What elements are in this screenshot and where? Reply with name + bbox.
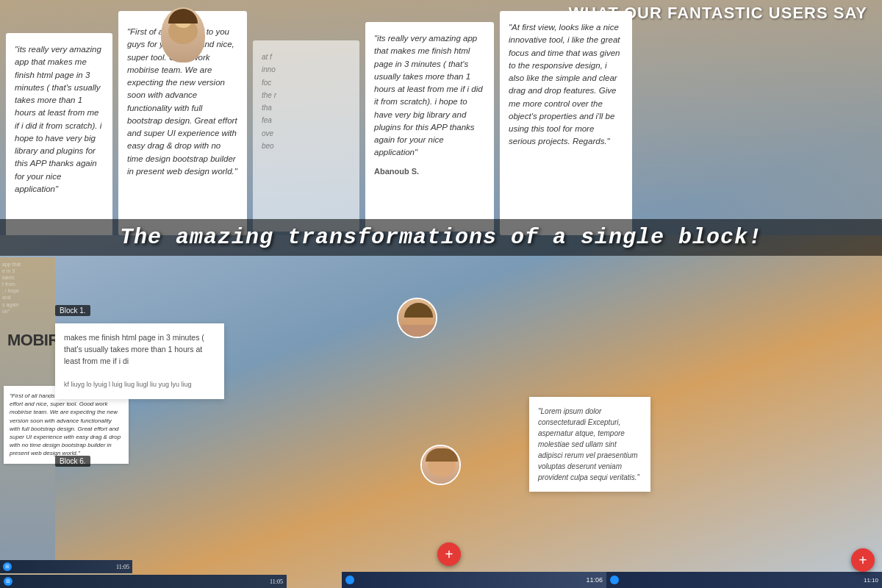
- top-testimonials-section: WHAT OUR FANTASTIC USERS SAY "its really…: [0, 0, 882, 235]
- add-block-button-1[interactable]: +: [437, 542, 461, 566]
- edit-text-2: kf liuyg lo lyuig l luig liug liugl liu …: [64, 381, 192, 388]
- mini-testimonial-left-text: "First of all hands off to you guys for …: [10, 392, 121, 456]
- windows-icon: ⊞: [3, 562, 12, 571]
- testimonial-card-3: at finnofocthe rthafeaovebeo: [253, 40, 359, 232]
- block-label-6: Block 6.: [55, 456, 90, 467]
- overlay-title-text: The amazing transformations of a single …: [120, 225, 762, 250]
- bottom-section: app thate in 3takest from, i hopeands ag…: [0, 257, 882, 588]
- card-author-4: Abanoub S.: [374, 165, 485, 178]
- taskbar-panel2: ⊞ 11:05: [0, 560, 132, 573]
- testimonial-card-2: "First of all hands off to you guys for …: [118, 11, 247, 235]
- taskbar-panel5: 11:10: [606, 572, 882, 588]
- lorem-card: "Lorem ipsum dolor consecteturadi Except…: [529, 397, 650, 492]
- taskbar-time-5: 11:10: [864, 577, 878, 584]
- avatar-top-2: [161, 7, 205, 62]
- taskbar-panel4: 11:06: [342, 572, 606, 588]
- taskbar-icon-4: [345, 576, 354, 584]
- lorem-text: "Lorem ipsum dolor consecteturadi Except…: [538, 407, 639, 481]
- taskbar-time-1: 11:05: [116, 564, 129, 570]
- taskbar-time-2: 11:05: [270, 578, 283, 585]
- overlay-title-bar: The amazing transformations of a single …: [0, 219, 882, 256]
- block-label-1: Block 1.: [55, 305, 90, 316]
- add-block-button-2[interactable]: +: [851, 548, 875, 572]
- edit-text-1: makes me finish html page in 3 minutes (…: [64, 333, 204, 365]
- testimonial-text-3-partial: at finnofocthe rthafeaovebeo: [262, 53, 276, 150]
- taskbar-panel3: ⊞ 11:05: [0, 575, 287, 588]
- windows-icon-2: ⊞: [4, 577, 12, 586]
- testimonial-text-1: "its really very amazing app that makes …: [15, 45, 101, 193]
- testimonial-card-4: "its really very amazing app that makes …: [365, 22, 494, 232]
- edit-card-content: makes me finish html page in 3 minutes (…: [55, 323, 224, 399]
- testimonial-text-4: "its really very amazing app that makes …: [374, 34, 483, 157]
- taskbar-icon-5: [610, 576, 619, 584]
- avatar-1: [397, 298, 437, 338]
- testimonial-text-5: "At first view, looks like a nice innova…: [509, 23, 620, 146]
- avatar-2: [420, 445, 461, 485]
- testimonial-card-1: "its really very amazing app that makes …: [6, 33, 112, 235]
- testimonial-card-5: "At first view, looks like a nice innova…: [500, 11, 632, 235]
- taskbar-time-4: 11:06: [586, 576, 603, 584]
